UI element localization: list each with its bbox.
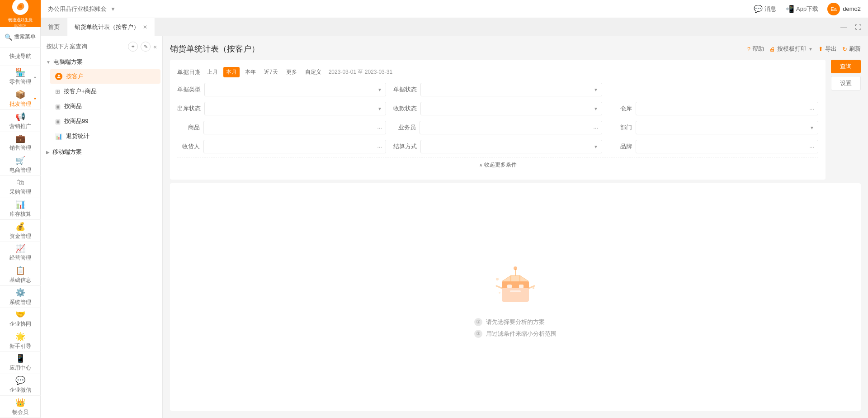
add-scheme-btn[interactable]: + bbox=[128, 42, 138, 52]
tree-arrow-desktop: ▼ bbox=[46, 60, 51, 65]
export-btn[interactable]: ⬆ 导出 bbox=[818, 45, 837, 53]
sidebar-logo[interactable]: 畅捷通好生意 标准版 bbox=[0, 0, 41, 27]
sidebar-item-sales[interactable]: 💼 销售管理 bbox=[0, 132, 41, 154]
dept-select[interactable]: ▼ bbox=[636, 121, 818, 134]
app-title: 办公用品行业模拟账套 bbox=[48, 5, 107, 13]
brand-input[interactable]: ··· bbox=[636, 140, 818, 153]
sidebar-item-system[interactable]: ⚙️ 系统管理 bbox=[0, 286, 41, 308]
edit-scheme-btn[interactable]: ✎ bbox=[141, 42, 151, 52]
tree-group-mobile[interactable]: ▶ 移动端方案 bbox=[41, 145, 162, 159]
operation-icon: 📈 bbox=[15, 243, 25, 253]
sidebar-item-member[interactable]: 👑 畅会员 bbox=[0, 396, 41, 418]
empty-hint-1: ① 请先选择要分析的方案 bbox=[474, 318, 557, 326]
scheme-by-product-99[interactable]: ▣ 按商品99 bbox=[50, 114, 160, 128]
brand-dots: ··· bbox=[809, 143, 814, 150]
tab-minimize-btn[interactable]: — bbox=[837, 21, 850, 33]
finance-icon: 💰 bbox=[15, 222, 25, 232]
sidebar-sales-label: 销售管理 bbox=[9, 144, 31, 152]
user-name: demo2 bbox=[843, 5, 861, 12]
refresh-btn[interactable]: ↻ 刷新 bbox=[842, 45, 861, 53]
query-btn[interactable]: 查询 bbox=[831, 60, 861, 73]
sidebar-item-purchase[interactable]: 🛍 采购管理 bbox=[0, 176, 41, 198]
sidebar-item-basic[interactable]: 📋 基础信息 bbox=[0, 264, 41, 286]
tab-close-btn[interactable]: ✕ bbox=[143, 24, 147, 30]
scheme-by-customer-product[interactable]: ⊞ 按客户+商品 bbox=[50, 84, 160, 99]
product-input[interactable]: ··· bbox=[203, 121, 386, 134]
filter-warehouse: 仓库 ··· bbox=[609, 102, 818, 115]
print-btn[interactable]: 🖨 按模板打印 ▼ bbox=[769, 45, 813, 53]
consignee-input[interactable]: ··· bbox=[203, 140, 386, 153]
doc-type-select[interactable]: ▼ bbox=[204, 83, 386, 96]
out-status-select[interactable]: ▼ bbox=[204, 102, 386, 115]
ecommerce-icon: 🛒 bbox=[15, 156, 25, 166]
doc-status-select[interactable]: ▼ bbox=[420, 83, 602, 96]
help-label: 帮助 bbox=[752, 45, 764, 53]
pay-status-select[interactable]: ▼ bbox=[420, 102, 602, 115]
collapse-icon: « bbox=[153, 43, 157, 50]
sidebar-item-appcenter[interactable]: 📱 应用中心 bbox=[0, 352, 41, 374]
tree-group-desktop[interactable]: ▼ 电脑端方案 bbox=[41, 55, 162, 69]
scheme-by-customer[interactable]: 按客户 bbox=[50, 69, 160, 84]
sidebar-item-marketing[interactable]: 📢 营销推广 bbox=[0, 110, 41, 132]
svg-point-12 bbox=[514, 266, 517, 270]
wxbiz-icon: 💬 bbox=[15, 375, 25, 385]
refresh-icon: ↻ bbox=[842, 46, 847, 52]
sales-icon: 💼 bbox=[15, 133, 25, 143]
header-dropdown-arrow[interactable]: ▼ bbox=[110, 6, 116, 12]
collapse-panel-btn[interactable]: « bbox=[153, 43, 157, 50]
sidebar-item-finance[interactable]: 💰 资金管理 bbox=[0, 220, 41, 242]
collapse-row[interactable]: ∧ 收起更多条件 bbox=[177, 157, 818, 172]
sidebar-member-label: 畅会员 bbox=[12, 408, 28, 416]
date-btn-7days[interactable]: 近7天 bbox=[261, 67, 281, 77]
help-btn[interactable]: ? 帮助 bbox=[747, 45, 764, 53]
date-btn-this-year[interactable]: 本年 bbox=[242, 67, 259, 77]
empty-state: ① 请先选择要分析的方案 ② 用过滤条件来缩小分析范围 bbox=[170, 183, 861, 411]
salesperson-input[interactable]: ··· bbox=[420, 121, 602, 134]
date-range-display: 2023-03-01 至 2023-03-31 bbox=[329, 68, 392, 76]
product-label: 商品 bbox=[177, 124, 200, 132]
sidebar-item-newbie[interactable]: 🌟 新手引导 bbox=[0, 330, 41, 352]
svg-rect-4 bbox=[502, 281, 529, 288]
sidebar-shortcut[interactable]: 快捷导航 bbox=[0, 48, 41, 66]
salesperson-dots: ··· bbox=[593, 124, 598, 131]
warehouse-dots: ··· bbox=[809, 105, 814, 112]
sidebar-item-operation[interactable]: 📈 经营管理 bbox=[0, 242, 41, 264]
app-download-btn[interactable]: 📲 App下载 bbox=[785, 5, 818, 13]
sidebar-item-collab[interactable]: 🤝 企业协同 bbox=[0, 308, 41, 330]
user-avatar-text: Ea bbox=[831, 6, 837, 12]
tab-home[interactable]: 首页 bbox=[41, 18, 67, 36]
settlement-select[interactable]: ▼ bbox=[420, 140, 602, 153]
tab-expand-btn[interactable]: ⛶ bbox=[852, 21, 864, 33]
date-btn-more[interactable]: 更多 bbox=[283, 67, 300, 77]
tab-sales-stat[interactable]: 销货单统计表（按客户） ✕ bbox=[67, 18, 155, 36]
tree-group-desktop-label: 电脑端方案 bbox=[53, 58, 83, 66]
sidebar-item-wholesale[interactable]: 📦 批发管理 bbox=[0, 88, 41, 110]
sidebar-item-retail[interactable]: 🏪 零售管理 bbox=[0, 66, 41, 88]
date-btn-this-month[interactable]: 本月 bbox=[223, 67, 240, 77]
wholesale-icon: 📦 bbox=[15, 90, 25, 100]
collapse-text: 收起更多条件 bbox=[484, 161, 517, 169]
header-right: 💬 消息 📲 App下载 Ea demo2 bbox=[754, 3, 861, 15]
sidebar-item-wxbiz[interactable]: 💬 企业微信 bbox=[0, 374, 41, 396]
scheme-by-product[interactable]: ▣ 按商品 bbox=[50, 99, 160, 114]
filter-wrapper: 单据日期 上月 本月 本年 近7天 更多 自定义 2023-03-01 至 20… bbox=[170, 60, 861, 183]
scheme-returns-stat[interactable]: 📊 退货统计 bbox=[50, 129, 160, 143]
sidebar-collab-label: 企业协同 bbox=[9, 320, 31, 328]
sidebar-search[interactable]: 🔍 搜索菜单 bbox=[0, 27, 41, 48]
sidebar-ecommerce-label: 电商管理 bbox=[9, 166, 31, 174]
user-profile[interactable]: Ea demo2 bbox=[827, 3, 861, 15]
tab-controls: — ⛶ bbox=[837, 21, 868, 33]
messages-btn[interactable]: 💬 消息 bbox=[754, 5, 776, 13]
settings-btn[interactable]: 设置 bbox=[831, 76, 861, 90]
refresh-label: 刷新 bbox=[849, 45, 861, 53]
doc-status-arrow: ▼ bbox=[594, 87, 598, 92]
sidebar: 畅捷通好生意 标准版 🔍 搜索菜单 快捷导航 🏪 零售管理 📦 批发管理 📢 营… bbox=[0, 0, 41, 418]
date-btn-last-month[interactable]: 上月 bbox=[204, 67, 221, 77]
warehouse-input[interactable]: ··· bbox=[636, 102, 818, 115]
sidebar-item-ecommerce[interactable]: 🛒 电商管理 bbox=[0, 154, 41, 176]
sidebar-item-inventory[interactable]: 📊 库存核算 bbox=[0, 198, 41, 220]
date-btn-custom[interactable]: 自定义 bbox=[302, 67, 324, 77]
brand-label: 品牌 bbox=[609, 142, 632, 151]
sidebar-wxbiz-label: 企业微信 bbox=[9, 386, 31, 394]
svg-rect-7 bbox=[510, 290, 521, 292]
